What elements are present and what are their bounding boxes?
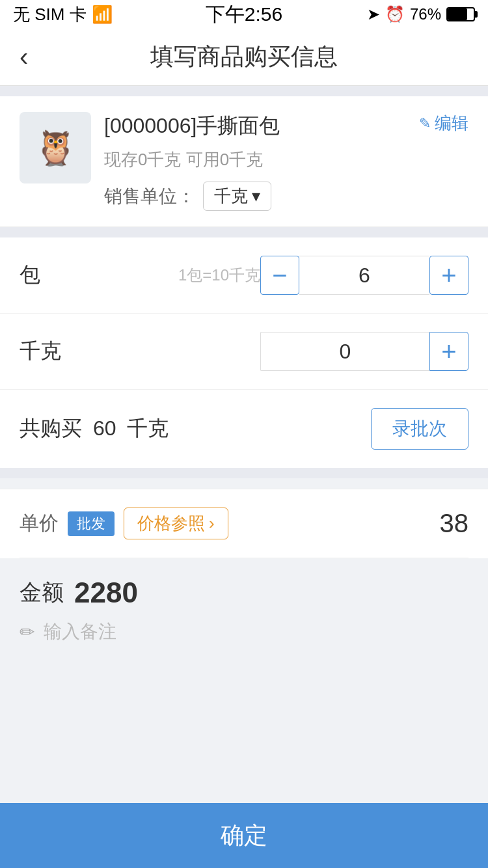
top-divider — [0, 86, 488, 96]
total-amount: 60 — [93, 416, 116, 440]
price-row: 单价 批发 价格参照 › 38 — [20, 508, 468, 558]
unit-value: 千克 — [214, 185, 248, 208]
unit-select[interactable]: 千克 ▾ — [203, 182, 271, 211]
confirm-label: 确定 — [221, 820, 267, 852]
kg-quantity-row: 千克 + — [0, 314, 488, 390]
remark-row[interactable]: ✏ 输入备注 — [20, 619, 468, 644]
package-hint: 1包=10千克 — [178, 265, 260, 286]
package-plus-button[interactable]: + — [429, 256, 468, 295]
mid-divider1 — [0, 227, 488, 237]
package-label: 包 — [20, 261, 172, 290]
location-icon: ➤ — [367, 5, 380, 23]
amount-section: 金额 2280 ✏ 输入备注 — [0, 558, 488, 657]
price-label: 单价 — [20, 510, 59, 537]
nav-bar: ‹ 填写商品购买信息 — [0, 29, 488, 86]
total-row: 共购买 60 千克 录批次 — [0, 390, 488, 468]
mid-divider2 — [0, 468, 488, 478]
total-label: 共购买 — [20, 416, 82, 440]
battery-icon — [446, 7, 475, 21]
carrier-text: 无 SIM 卡 — [13, 3, 87, 26]
price-tag: 批发 — [68, 511, 115, 536]
package-quantity-row: 包 1包=10千克 − + — [0, 237, 488, 314]
price-value: 38 — [440, 509, 469, 538]
product-image: 🦉 — [20, 112, 91, 183]
amount-label: 金额 — [20, 578, 64, 608]
remark-icon: ✏ — [20, 621, 34, 643]
package-input[interactable] — [299, 256, 429, 295]
amount-value: 2280 — [74, 576, 138, 609]
product-unit-row: 销售单位： 千克 ▾ — [104, 182, 468, 211]
alarm-icon: ⏰ — [385, 5, 405, 23]
confirm-button[interactable]: 确定 — [0, 803, 488, 868]
status-right: ➤ ⏰ 76% — [367, 5, 475, 23]
total-text: 共购买 60 千克 — [20, 414, 169, 443]
back-button[interactable]: ‹ — [20, 42, 28, 72]
product-name: [0000006]手撕面包 — [104, 112, 468, 141]
remark-text: 输入备注 — [44, 619, 116, 644]
product-thumbnail: 🦉 — [34, 128, 77, 168]
product-stock: 现存0千克 可用0千克 — [104, 148, 468, 171]
price-ref-button[interactable]: 价格参照 › — [124, 508, 228, 539]
product-card: 🦉 [0000006]手撕面包 现存0千克 可用0千克 销售单位： 千克 ▾ ✎… — [0, 96, 488, 227]
status-time: 下午2:56 — [206, 1, 282, 28]
product-info: [0000006]手撕面包 现存0千克 可用0千克 销售单位： 千克 ▾ — [104, 112, 468, 211]
kg-plus-button[interactable]: + — [429, 332, 468, 371]
unit-label: 销售单位： — [104, 184, 195, 209]
batch-button[interactable]: 录批次 — [371, 408, 468, 450]
status-left: 无 SIM 卡 📶 — [13, 3, 113, 26]
status-bar: 无 SIM 卡 📶 下午2:56 ➤ ⏰ 76% — [0, 0, 488, 29]
package-minus-button[interactable]: − — [260, 256, 299, 295]
amount-row: 金额 2280 — [20, 576, 468, 609]
kg-controls: + — [260, 332, 468, 371]
edit-button[interactable]: ✎ 编辑 — [419, 112, 468, 135]
kg-label: 千克 — [20, 337, 260, 366]
kg-input[interactable] — [260, 332, 429, 371]
total-unit: 千克 — [127, 416, 169, 440]
wifi-icon: 📶 — [92, 5, 113, 25]
price-section: 单价 批发 价格参照 › 38 — [0, 489, 488, 558]
edit-icon: ✎ — [419, 115, 431, 132]
battery-text: 76% — [410, 5, 441, 23]
price-ref-label: 价格参照 — [137, 512, 205, 535]
edit-label: 编辑 — [435, 112, 468, 135]
package-controls: − + — [260, 256, 468, 295]
price-ref-arrow-icon: › — [209, 513, 215, 534]
unit-chevron-icon: ▾ — [252, 186, 260, 206]
page-title: 填写商品购买信息 — [150, 41, 338, 73]
